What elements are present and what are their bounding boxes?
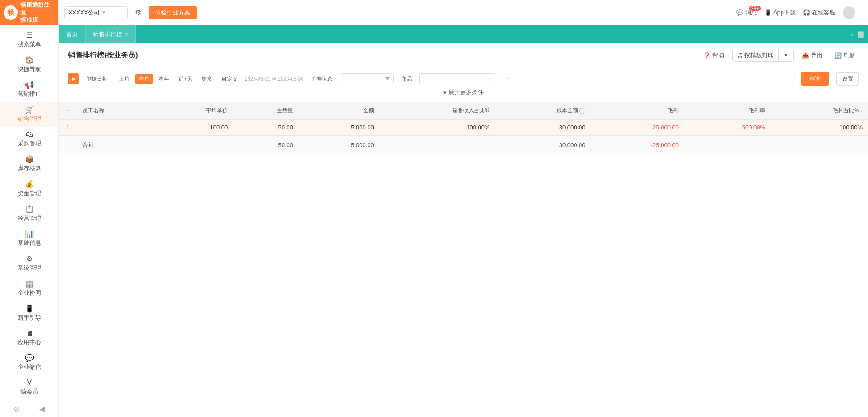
sidebar-item-purchase[interactable]: 🛍 采购管理 <box>0 127 58 151</box>
message-icon: 💬 <box>736 9 743 16</box>
cell-profit: -25,000.00 <box>591 120 685 136</box>
sidebar-item-app-center[interactable]: 🖥 应用中心 <box>0 326 58 350</box>
date-opt-last-month[interactable]: 上月 <box>115 74 133 84</box>
col-rank: ☆ <box>59 102 77 120</box>
sidebar-item-operations[interactable]: 📋 经营管理 <box>0 201 58 226</box>
window-close-icon[interactable]: × <box>850 31 854 38</box>
more-filters-dots[interactable]: ··· <box>503 75 510 83</box>
box-icon: 📦 <box>25 155 34 163</box>
table-footer-row: 合计 50.00 5,000.00 30,000.00 -25,000.00 <box>59 136 868 153</box>
online-service-label: 在线客服 <box>812 9 835 17</box>
help-button[interactable]: ❓ 帮助 <box>700 49 728 61</box>
app-download-group[interactable]: 📱 App下载 <box>764 9 796 17</box>
sidebar-nav: ☰ 搜索菜单 🏠 快捷导航 📢 营销推广 🛒 销售管理 🛍 采购管理 📦 库存核… <box>0 25 58 401</box>
col-profit: 毛利 <box>591 102 685 120</box>
sidebar-item-wechat[interactable]: 💬 企业微信 <box>0 350 58 375</box>
sidebar-footer: ⚙ ◀ <box>0 401 58 417</box>
table-container: ☆ 员工名称 平均单价 主数量 全额 销售收入占比% 成本全额i 毛利 毛利率 … <box>59 102 868 417</box>
main-area: XXXXX公司 ▼ ⚙ 体验行业方案 💬 消息 99+ 📱 App下载 🎧 在线… <box>59 0 868 417</box>
date-opt-custom[interactable]: 自定义 <box>218 74 241 84</box>
date-opt-this-year[interactable]: 本年 <box>155 74 173 84</box>
col-name: 员工名称 <box>77 102 155 120</box>
goods-label: 商品 <box>401 75 412 83</box>
tab-close-icon[interactable]: × <box>125 31 128 38</box>
monitor-icon: 🖥 <box>26 329 33 337</box>
footer-cell-profit-rate <box>684 136 771 153</box>
company-selector[interactable]: XXXXX公司 ▼ <box>64 6 128 19</box>
cell-sales-pct: 100.00% <box>379 120 495 136</box>
footer-settings-icon[interactable]: ⚙ <box>14 405 20 413</box>
cell-qty: 50.00 <box>233 120 298 136</box>
footer-cell-qty: 50.00 <box>233 136 298 153</box>
gear-icon: ⚙ <box>26 254 33 263</box>
building-icon: 🏢 <box>25 279 34 288</box>
sidebar-item-quicknav[interactable]: 🏠 快捷导航 <box>0 52 58 77</box>
footer-cell-sales-pct <box>379 136 495 153</box>
refresh-button[interactable]: 🔄 刷新 <box>831 49 859 61</box>
query-button[interactable]: 查询 <box>801 72 829 86</box>
settings-button[interactable]: 设置 <box>836 72 859 86</box>
date-opt-more[interactable]: 更多 <box>198 74 216 84</box>
app-download-icon: 📱 <box>764 9 772 16</box>
sidebar-item-system[interactable]: ⚙ 系统管理 <box>0 251 58 276</box>
print-dropdown-icon[interactable]: ▼ <box>779 50 793 60</box>
cart-icon: 🛒 <box>25 105 34 114</box>
date-options: 上月 本月 本年 近7天 更多 自定义 2023-06-01 至 2023-06… <box>115 74 303 84</box>
export-button[interactable]: 📤 导出 <box>798 49 826 61</box>
cell-cost: 30,000.00 <box>495 120 591 136</box>
col-amount: 全额 <box>298 102 379 120</box>
sidebar-item-inventory[interactable]: 📦 库存核算 <box>0 151 58 176</box>
online-service-group[interactable]: 🎧 在线客服 <box>803 9 835 17</box>
sidebar-item-sales[interactable]: 🛒 销售管理 <box>0 102 58 127</box>
topbar-settings-icon[interactable]: ⚙ <box>131 6 145 19</box>
company-chevron-icon: ▼ <box>101 10 106 15</box>
company-name: XXXXX公司 <box>68 9 100 17</box>
goods-input[interactable] <box>419 73 495 84</box>
print-btn-group: 🖨 按模板打印 ▼ <box>732 49 794 62</box>
status-select[interactable] <box>340 73 394 84</box>
cell-profit-rate: -500.00% <box>684 120 771 136</box>
footer-cell-profit: -25,000.00 <box>591 136 685 153</box>
trial-button[interactable]: 体验行业方案 <box>149 6 197 19</box>
date-opt-7days[interactable]: 近7天 <box>175 74 196 84</box>
footer-cell-avg-price <box>155 136 234 153</box>
cell-rank: 1 <box>59 120 77 136</box>
print-icon: 🖨 <box>737 52 743 59</box>
message-group[interactable]: 💬 消息 99+ <box>736 9 757 17</box>
topbar-right: 💬 消息 99+ 📱 App下载 🎧 在线客服 <box>736 6 863 19</box>
sidebar-item-finance[interactable]: 💰 资金管理 <box>0 176 58 201</box>
cost-info-icon[interactable]: i <box>579 108 585 114</box>
sidebar-item-enterprise[interactable]: 🏢 企业协同 <box>0 276 58 301</box>
date-opt-this-month[interactable]: 本月 <box>135 74 153 84</box>
logo-text: 畅康通好生意 标准版 <box>20 1 55 24</box>
profit-pct-sort-icon[interactable]: ↕ <box>860 108 863 113</box>
tab-sales-rank[interactable]: 销售排行榜 × <box>86 25 136 43</box>
footer-cell-empty <box>59 136 77 153</box>
sidebar-item-member[interactable]: V 畅会员 <box>0 375 58 399</box>
expand-more[interactable]: ▾ 展开更多条件 <box>68 86 859 97</box>
footer-cell-profit-pct <box>771 136 868 153</box>
app-download-label: App下载 <box>773 9 796 17</box>
content-area: 销售排行榜(按业务员) ❓ 帮助 🖨 按模板打印 ▼ 📤 导出 <box>59 43 868 417</box>
col-sales-pct: 销售收入占比% <box>379 102 495 120</box>
sidebar-item-guide[interactable]: 📱 新手引导 <box>0 301 58 326</box>
tab-home[interactable]: 首页 <box>59 25 86 43</box>
sidebar-item-search[interactable]: ☰ 搜索菜单 <box>0 27 58 52</box>
footer-cell-label: 合计 <box>77 136 155 153</box>
chart-icon: 📊 <box>25 230 34 238</box>
sidebar-item-basic[interactable]: 📊 基础信息 <box>0 226 58 251</box>
print-button[interactable]: 🖨 按模板打印 <box>733 49 779 61</box>
col-profit-rate: 毛利率 <box>684 102 771 120</box>
filter-expand-arrow[interactable]: ▶ <box>68 73 79 84</box>
filter-area: ▶ 单据日期 上月 本月 本年 近7天 更多 自定义 2023-06-01 至 … <box>59 67 868 102</box>
footer-collapse-icon[interactable]: ◀ <box>39 405 45 413</box>
date-label: 单据日期 <box>86 75 108 83</box>
header-actions: ❓ 帮助 🖨 按模板打印 ▼ 📤 导出 🔄 刷新 <box>700 49 859 62</box>
refresh-icon: 🔄 <box>834 52 842 59</box>
cell-profit-pct: 100.00% <box>771 120 868 136</box>
page-title: 销售排行榜(按业务员) <box>68 51 138 60</box>
window-restore-icon[interactable]: ⬜ <box>857 31 864 38</box>
tab-sales-rank-label: 销售排行榜 <box>93 30 122 38</box>
sidebar-item-marketing[interactable]: 📢 营销推广 <box>0 77 58 102</box>
avatar[interactable] <box>843 6 855 19</box>
